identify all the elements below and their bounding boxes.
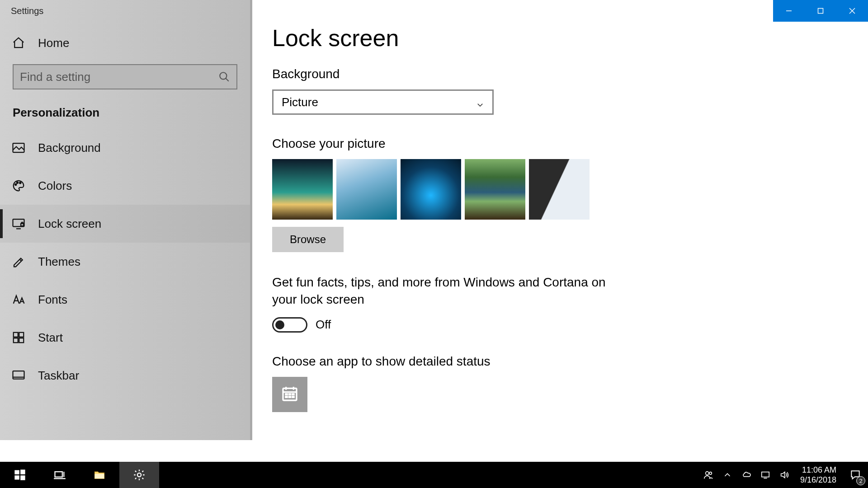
search-box[interactable]	[13, 64, 237, 89]
svg-rect-33	[55, 472, 62, 477]
file-explorer-button[interactable]	[80, 462, 119, 488]
detailed-status-label: Choose an app to show detailed status	[272, 354, 868, 369]
svg-rect-30	[20, 469, 25, 474]
fun-facts-label: Get fun facts, tips, and more from Windo…	[272, 274, 625, 308]
minimize-button[interactable]	[773, 0, 805, 22]
palette-icon	[12, 179, 25, 192]
action-center-button[interactable]: 2	[843, 462, 868, 488]
svg-rect-32	[20, 475, 25, 480]
svg-rect-12	[21, 224, 24, 226]
onedrive-tray-icon[interactable]	[737, 462, 756, 488]
taskbar-icon	[12, 369, 25, 382]
svg-point-37	[137, 473, 141, 477]
svg-point-4	[220, 72, 226, 79]
background-dropdown[interactable]: Picture	[272, 89, 494, 115]
svg-point-38	[706, 472, 709, 475]
taskbar-date: 9/16/2018	[800, 475, 836, 485]
svg-rect-26	[285, 396, 288, 397]
svg-line-5	[226, 78, 229, 81]
search-icon	[218, 71, 230, 83]
svg-point-7	[15, 184, 16, 185]
sidebar-item-label: Colors	[38, 179, 72, 193]
people-tray-icon[interactable]	[699, 462, 718, 488]
svg-point-9	[19, 182, 21, 183]
svg-rect-23	[285, 394, 288, 395]
titlebar: Settings	[0, 0, 868, 22]
svg-rect-24	[289, 394, 291, 395]
sidebar-item-label: Themes	[38, 255, 80, 269]
browse-button[interactable]: Browse	[272, 227, 344, 252]
settings-taskbar-button[interactable]	[119, 462, 159, 488]
sidebar-item-taskbar[interactable]: Taskbar	[0, 357, 250, 394]
svg-rect-40	[762, 472, 769, 477]
sidebar-home[interactable]: Home	[0, 25, 250, 61]
svg-rect-15	[14, 338, 18, 343]
sidebar-item-label: Lock screen	[38, 217, 101, 231]
picture-thumbnail[interactable]	[401, 159, 461, 220]
taskbar: 11:06 AM 9/16/2018 2	[0, 462, 868, 488]
detailed-status-app-tile[interactable]	[272, 377, 307, 412]
paint-icon	[12, 255, 25, 268]
sidebar-item-colors[interactable]: Colors	[0, 167, 250, 205]
picture-thumbnail[interactable]	[465, 159, 525, 220]
tray-chevron-icon[interactable]	[718, 462, 737, 488]
svg-rect-36	[95, 474, 104, 479]
image-icon	[12, 141, 25, 155]
volume-tray-icon[interactable]	[775, 462, 794, 488]
svg-point-8	[17, 182, 18, 183]
display-tray-icon[interactable]	[756, 462, 775, 488]
page-title: Lock screen	[272, 24, 868, 52]
svg-rect-25	[292, 394, 294, 395]
fun-facts-toggle[interactable]	[272, 317, 307, 333]
window-title: Settings	[0, 6, 43, 16]
chevron-down-icon	[476, 98, 484, 106]
sidebar-item-background[interactable]: Background	[0, 129, 250, 167]
svg-rect-16	[19, 338, 24, 343]
fun-facts-state: Off	[316, 318, 331, 332]
sidebar-item-lock-screen[interactable]: Lock screen	[0, 205, 250, 243]
taskview-button[interactable]	[40, 462, 80, 488]
svg-rect-13	[14, 333, 18, 337]
sidebar: Home Personalization Background	[0, 0, 252, 440]
svg-rect-29	[14, 470, 19, 474]
picture-thumbnail[interactable]	[529, 159, 590, 220]
sidebar-item-label: Fonts	[38, 293, 67, 307]
sidebar-item-themes[interactable]: Themes	[0, 243, 250, 281]
sidebar-home-label: Home	[38, 36, 69, 50]
background-value: Picture	[282, 95, 318, 109]
taskbar-clock[interactable]: 11:06 AM 9/16/2018	[794, 465, 843, 485]
picture-thumbnail[interactable]	[272, 159, 333, 220]
search-input[interactable]	[20, 70, 218, 84]
taskbar-time: 11:06 AM	[800, 465, 836, 475]
choose-picture-label: Choose your picture	[272, 136, 868, 151]
background-label: Background	[272, 67, 868, 81]
home-icon	[12, 36, 25, 50]
svg-rect-27	[289, 396, 291, 397]
svg-rect-28	[292, 396, 294, 397]
svg-rect-31	[14, 475, 19, 479]
sidebar-item-label: Taskbar	[38, 369, 79, 383]
start-grid-icon	[12, 331, 25, 344]
picture-thumbnails	[272, 159, 868, 220]
close-button[interactable]	[836, 0, 868, 22]
sidebar-item-start[interactable]: Start	[0, 319, 250, 357]
picture-thumbnail[interactable]	[336, 159, 397, 220]
sidebar-category: Personalization	[0, 99, 250, 129]
notification-badge: 2	[856, 476, 865, 485]
svg-point-39	[709, 472, 712, 475]
fonts-icon	[12, 293, 25, 306]
sidebar-item-fonts[interactable]: Fonts	[0, 281, 250, 319]
sidebar-item-label: Background	[38, 141, 101, 155]
lock-monitor-icon	[12, 217, 25, 230]
svg-rect-1	[818, 9, 823, 14]
calendar-icon	[281, 385, 299, 404]
content-pane: Lock screen Background Picture Choose yo…	[252, 0, 868, 440]
svg-rect-14	[19, 333, 24, 337]
start-button[interactable]	[0, 462, 40, 488]
maximize-button[interactable]	[805, 0, 836, 22]
sidebar-item-label: Start	[38, 331, 63, 345]
